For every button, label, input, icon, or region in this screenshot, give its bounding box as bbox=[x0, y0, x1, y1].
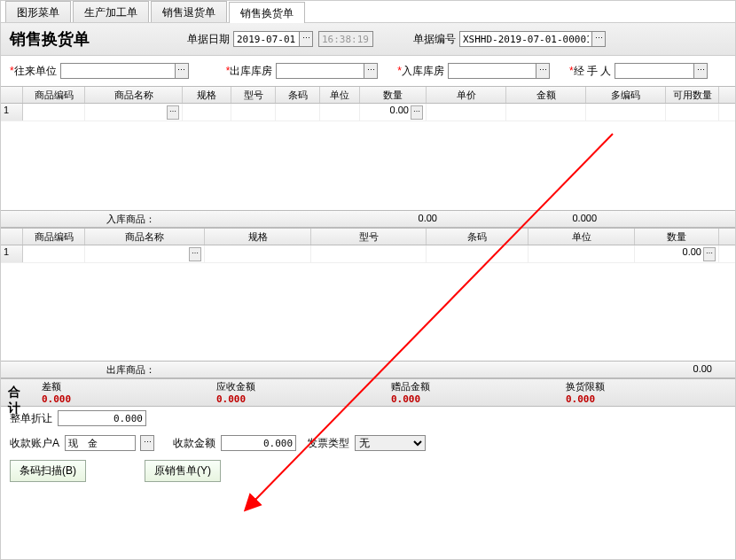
col-header[interactable]: 单位 bbox=[529, 229, 635, 245]
cell-lookup-btn[interactable]: ⋯ bbox=[189, 247, 201, 261]
summary-qty: 0.00 bbox=[611, 362, 717, 377]
totals-item: 应收金额0.000 bbox=[211, 379, 386, 406]
discount-label: 整单折让 bbox=[10, 411, 52, 426]
cell[interactable]: 0.00⋯ bbox=[360, 104, 427, 121]
summary-label: 入库商品： bbox=[1, 211, 161, 227]
tab-0[interactable]: 图形菜单 bbox=[5, 1, 71, 22]
cell[interactable] bbox=[529, 245, 635, 262]
totals-item: 赠品金额0.000 bbox=[386, 379, 560, 406]
col-header[interactable]: 多编码 bbox=[586, 87, 666, 103]
cell[interactable] bbox=[231, 104, 276, 121]
partner-label: 往来单位 bbox=[14, 64, 57, 79]
summary-label: 出库商品： bbox=[1, 362, 161, 377]
cell[interactable]: 0.00⋯ bbox=[635, 245, 719, 262]
cell[interactable] bbox=[427, 245, 529, 262]
inwh-input[interactable] bbox=[448, 63, 536, 79]
col-header[interactable]: 商品名称 bbox=[85, 87, 183, 103]
cell-lookup-btn[interactable]: ⋯ bbox=[167, 105, 179, 120]
cell[interactable] bbox=[506, 104, 586, 121]
col-header[interactable]: 商品编码 bbox=[23, 87, 85, 103]
col-header[interactable]: 条码 bbox=[427, 229, 529, 245]
summary-amt: 0.000 bbox=[442, 211, 602, 227]
date-label: 单据日期 bbox=[187, 32, 230, 47]
col-header[interactable]: 商品名称 bbox=[85, 229, 205, 245]
col-header[interactable]: 数量 bbox=[635, 229, 719, 245]
cell-lookup-btn[interactable]: ⋯ bbox=[411, 105, 423, 120]
totals-item: 换货限额0.000 bbox=[560, 379, 735, 406]
tab-3[interactable]: 销售换货单 bbox=[229, 2, 305, 23]
tab-1[interactable]: 生产加工单 bbox=[73, 1, 149, 22]
page-title: 销售换货单 bbox=[10, 28, 90, 50]
amt-label: 收款金额 bbox=[173, 436, 215, 451]
table-row[interactable]: 1⋯0.00⋯ bbox=[1, 104, 735, 121]
totals-row: 合计 差额0.000应收金额0.000赠品金额0.000换货限额0.000 bbox=[1, 378, 735, 407]
date-picker-btn[interactable]: ⋯ bbox=[299, 31, 313, 47]
invoice-label: 发票类型 bbox=[307, 436, 349, 451]
partner-lookup-btn[interactable]: ⋯ bbox=[175, 63, 189, 79]
title-bar: 销售换货单 单据日期 ⋯ 单据编号 ⋯ bbox=[1, 23, 735, 56]
col-header[interactable]: 商品编码 bbox=[23, 229, 85, 245]
cell[interactable] bbox=[311, 245, 427, 262]
col-header[interactable]: 规格 bbox=[205, 229, 311, 245]
cell[interactable]: ⋯ bbox=[85, 245, 205, 262]
tab-2[interactable]: 销售退货单 bbox=[151, 1, 227, 22]
cell[interactable]: ⋯ bbox=[85, 104, 183, 121]
col-header[interactable]: 型号 bbox=[311, 229, 427, 245]
cell[interactable] bbox=[666, 104, 719, 121]
cell[interactable] bbox=[183, 104, 231, 121]
cell[interactable] bbox=[427, 104, 506, 121]
original-sale-button[interactable]: 原销售单(Y) bbox=[145, 460, 221, 482]
totals-label: 合计 bbox=[1, 379, 36, 406]
docno-label: 单据编号 bbox=[413, 32, 456, 47]
inwh-label: 入库库房 bbox=[402, 64, 444, 79]
col-header[interactable]: 条码 bbox=[276, 87, 320, 103]
col-header[interactable]: 规格 bbox=[183, 87, 231, 103]
grid-in: 商品编码商品名称规格型号条码单位数量单价金额多编码可用数量 1⋯0.00⋯ 入库… bbox=[1, 86, 735, 228]
date-input[interactable] bbox=[233, 31, 300, 47]
handler-label: 经 手 人 bbox=[574, 64, 612, 79]
outwh-label: 出库库房 bbox=[230, 64, 272, 79]
partner-input[interactable] bbox=[60, 63, 176, 79]
cell[interactable] bbox=[320, 104, 360, 121]
col-header[interactable] bbox=[1, 87, 23, 103]
cell[interactable] bbox=[23, 104, 85, 121]
table-row[interactable]: 1⋯0.00⋯ bbox=[1, 245, 735, 263]
cell[interactable] bbox=[23, 245, 85, 262]
bottom-form: 整单折让 收款账户A ⋯ 收款金额 发票类型 无 条码扫描(B) 原销售单(Y) bbox=[1, 407, 735, 489]
outwh-lookup-btn[interactable]: ⋯ bbox=[364, 63, 378, 79]
handler-lookup-btn[interactable]: ⋯ bbox=[693, 63, 708, 79]
form-row: *往来单位 ⋯ *出库库房 ⋯ *入库库房 ⋯ *经 手 人 ⋯ bbox=[1, 56, 735, 86]
outwh-input[interactable] bbox=[276, 63, 364, 79]
docno-input[interactable] bbox=[459, 31, 592, 47]
inwh-lookup-btn[interactable]: ⋯ bbox=[536, 63, 550, 79]
cell[interactable]: 1 bbox=[1, 245, 23, 262]
cell[interactable]: 1 bbox=[1, 104, 23, 121]
cell-lookup-btn[interactable]: ⋯ bbox=[703, 247, 716, 261]
docno-lookup-btn[interactable]: ⋯ bbox=[591, 31, 606, 47]
amt-input[interactable] bbox=[221, 435, 296, 451]
col-header[interactable]: 金额 bbox=[506, 87, 586, 103]
invoice-select[interactable]: 无 bbox=[355, 435, 426, 451]
discount-input[interactable] bbox=[58, 410, 146, 426]
summary-qty: 0.00 bbox=[336, 211, 442, 227]
col-header[interactable] bbox=[1, 229, 23, 245]
grid-out: 商品编码商品名称规格型号条码单位数量 1⋯0.00⋯ 出库商品：0.00 bbox=[1, 228, 735, 378]
acct-label: 收款账户A bbox=[10, 436, 59, 451]
cell[interactable] bbox=[586, 104, 666, 121]
handler-input[interactable] bbox=[615, 63, 694, 79]
cell[interactable] bbox=[205, 245, 311, 262]
col-header[interactable]: 数量 bbox=[360, 87, 427, 103]
acct-lookup-btn[interactable]: ⋯ bbox=[140, 435, 154, 451]
acct-input[interactable] bbox=[65, 435, 136, 451]
col-header[interactable]: 可用数量 bbox=[666, 87, 719, 103]
tab-bar: 图形菜单生产加工单销售退货单销售换货单 bbox=[1, 1, 735, 23]
cell[interactable] bbox=[276, 104, 320, 121]
col-header[interactable]: 单价 bbox=[427, 87, 506, 103]
totals-item: 差额0.000 bbox=[36, 379, 211, 406]
time-input bbox=[318, 31, 373, 47]
col-header[interactable]: 单位 bbox=[320, 87, 360, 103]
barcode-scan-button[interactable]: 条码扫描(B) bbox=[10, 460, 86, 482]
col-header[interactable]: 型号 bbox=[231, 87, 276, 103]
